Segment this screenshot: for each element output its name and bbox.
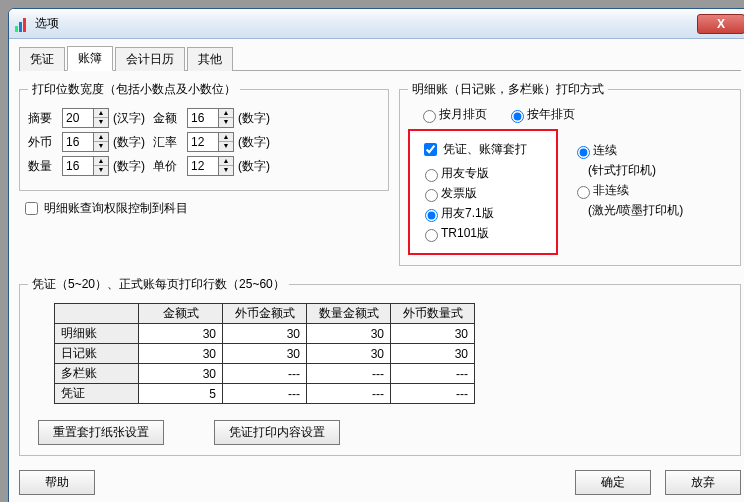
titlebar: 选项 X <box>9 9 744 39</box>
window-title: 选项 <box>35 15 59 32</box>
opt-tr101[interactable]: TR101版 <box>420 225 544 242</box>
app-icon <box>15 16 31 32</box>
detail-print-legend: 明细账（日记账，多栏账）打印方式 <box>408 81 608 98</box>
spin-up-icon[interactable]: ▲ <box>219 109 233 118</box>
spin-down-icon[interactable]: ▼ <box>219 166 233 175</box>
amount-label: 金额 <box>153 110 183 127</box>
tab-ledger[interactable]: 账簿 <box>67 46 113 71</box>
col-amount: 金额式 <box>139 304 223 324</box>
rate-spin[interactable]: ▲▼ <box>187 132 234 152</box>
rows-table: 金额式 外币金额式 数量金额式 外币数量式 明细账 30 30 30 30 日记… <box>54 303 475 404</box>
tab-other[interactable]: 其他 <box>187 47 233 71</box>
voucher-print-content-button[interactable]: 凭证打印内容设置 <box>214 420 340 445</box>
price-unit: (数字) <box>238 158 270 175</box>
qty-input[interactable] <box>63 157 93 175</box>
continuous-sub: (针式打印机) <box>588 162 683 179</box>
printer-mode-radios: 连续 (针式打印机) 非连续 (激光/喷墨打印机) <box>572 129 683 219</box>
tab-calendar[interactable]: 会计日历 <box>115 47 185 71</box>
amount-input[interactable] <box>188 109 218 127</box>
continuous-radio[interactable]: 连续 <box>572 142 683 159</box>
qty-label: 数量 <box>28 158 58 175</box>
spin-down-icon[interactable]: ▼ <box>219 118 233 127</box>
cancel-button[interactable]: 放弃 <box>665 470 741 495</box>
help-button[interactable]: 帮助 <box>19 470 95 495</box>
close-button[interactable]: X <box>697 14 744 34</box>
rate-label: 汇率 <box>153 134 183 151</box>
spin-down-icon[interactable]: ▼ <box>94 142 108 151</box>
forex-label: 外币 <box>28 134 58 151</box>
summary-label: 摘要 <box>28 110 58 127</box>
spin-up-icon[interactable]: ▲ <box>94 109 108 118</box>
table-row: 多栏账 30 --- --- --- <box>55 364 475 384</box>
noncontinuous-radio[interactable]: 非连续 <box>572 182 683 199</box>
reset-paper-button[interactable]: 重置套打纸张设置 <box>38 420 164 445</box>
rows-per-page-fieldset: 凭证（5~20）、正式账每页打印行数（25~60） 金额式 外币金额式 数量金额… <box>19 276 741 456</box>
tab-strip: 凭证 账簿 会计日历 其他 <box>19 45 741 71</box>
package-print-checkbox[interactable] <box>424 143 437 156</box>
amount-spin[interactable]: ▲▼ <box>187 108 234 128</box>
rows-per-page-legend: 凭证（5~20）、正式账每页打印行数（25~60） <box>28 276 289 293</box>
qty-spin[interactable]: ▲▼ <box>62 156 109 176</box>
col-forex-qty: 外币数量式 <box>391 304 475 324</box>
rate-input[interactable] <box>188 133 218 151</box>
summary-input[interactable] <box>63 109 93 127</box>
spin-up-icon[interactable]: ▲ <box>94 133 108 142</box>
spin-down-icon[interactable]: ▼ <box>94 118 108 127</box>
client-area: 凭证 账簿 会计日历 其他 打印位数宽度（包括小数点及小数位） 摘要 ▲▼ (汉… <box>9 39 744 502</box>
options-window: 选项 X 凭证 账簿 会计日历 其他 打印位数宽度（包括小数点及小数位） 摘要 … <box>8 8 744 502</box>
table-row: 明细账 30 30 30 30 <box>55 324 475 344</box>
price-label: 单价 <box>153 158 183 175</box>
spin-up-icon[interactable]: ▲ <box>219 133 233 142</box>
price-spin[interactable]: ▲▼ <box>187 156 234 176</box>
ok-button[interactable]: 确定 <box>575 470 651 495</box>
rate-unit: (数字) <box>238 134 270 151</box>
opt-71[interactable]: 用友7.1版 <box>420 205 544 222</box>
amount-unit: (数字) <box>238 110 270 127</box>
package-print-check[interactable]: 凭证、账簿套打 <box>420 140 544 159</box>
summary-unit: (汉字) <box>113 110 145 127</box>
noncontinuous-sub: (激光/喷墨打印机) <box>588 202 683 219</box>
detail-scope-label: 明细账查询权限控制到科目 <box>44 201 188 215</box>
by-year-radio[interactable]: 按年排页 <box>506 107 575 121</box>
table-row: 凭证 5 --- --- --- <box>55 384 475 404</box>
col-blank <box>55 304 139 324</box>
table-row: 日记账 30 30 30 30 <box>55 344 475 364</box>
digits-legend: 打印位数宽度（包括小数点及小数位） <box>28 81 240 98</box>
forex-spin[interactable]: ▲▼ <box>62 132 109 152</box>
forex-input[interactable] <box>63 133 93 151</box>
summary-spin[interactable]: ▲▼ <box>62 108 109 128</box>
highlighted-package-box: 凭证、账簿套打 用友专版 发票版 用友7.1版 TR101版 <box>408 129 558 255</box>
detail-print-fieldset: 明细账（日记账，多栏账）打印方式 按月排页 按年排页 凭证、账簿套打 <box>399 81 741 266</box>
digits-fieldset: 打印位数宽度（包括小数点及小数位） 摘要 ▲▼ (汉字) 金额 ▲▼ <box>19 81 389 191</box>
tab-voucher[interactable]: 凭证 <box>19 47 65 71</box>
forex-unit: (数字) <box>113 134 145 151</box>
spin-up-icon[interactable]: ▲ <box>219 157 233 166</box>
spin-up-icon[interactable]: ▲ <box>94 157 108 166</box>
price-input[interactable] <box>188 157 218 175</box>
qty-unit: (数字) <box>113 158 145 175</box>
opt-zhuanban[interactable]: 用友专版 <box>420 165 544 182</box>
opt-fapiao[interactable]: 发票版 <box>420 185 544 202</box>
col-forex-amount: 外币金额式 <box>223 304 307 324</box>
col-qty-amount: 数量金额式 <box>307 304 391 324</box>
detail-scope-check[interactable]: 明细账查询权限控制到科目 <box>21 201 188 215</box>
spin-down-icon[interactable]: ▼ <box>219 142 233 151</box>
detail-scope-checkbox[interactable] <box>25 202 38 215</box>
spin-down-icon[interactable]: ▼ <box>94 166 108 175</box>
by-month-radio[interactable]: 按月排页 <box>418 107 487 121</box>
